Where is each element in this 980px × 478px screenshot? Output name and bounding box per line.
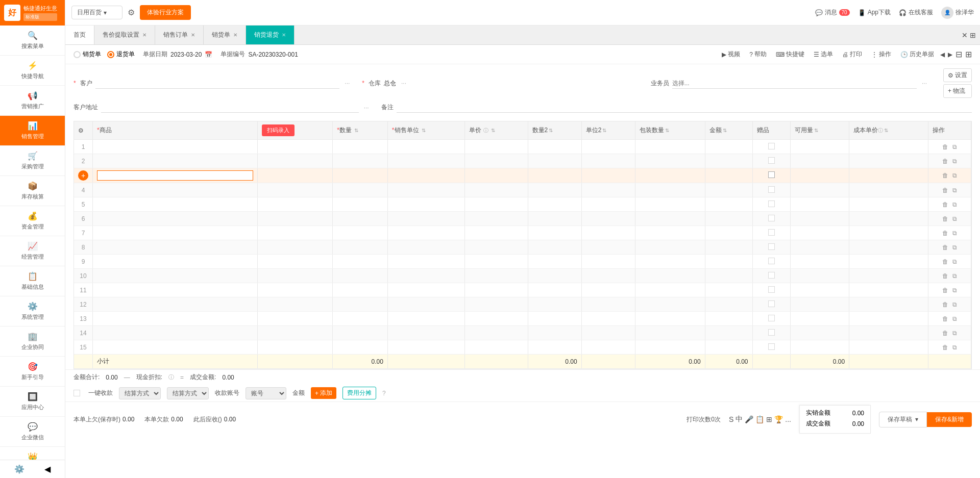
sale-unit-cell-1[interactable] <box>387 140 464 154</box>
column-settings-icon[interactable]: ⚙ <box>78 127 84 134</box>
sale-unit-sort-icon[interactable]: ⇅ <box>422 128 426 133</box>
gift-checkbox-3[interactable] <box>768 171 775 178</box>
tab-sale-order[interactable]: 销售订单 ✕ <box>155 26 204 44</box>
sale-unit-cell-3[interactable] <box>387 168 464 183</box>
copy-icon-15[interactable]: ⧉ <box>952 344 957 351</box>
copy-icon-8[interactable]: ⧉ <box>952 244 957 251</box>
tab-close-sale-order[interactable]: ✕ <box>191 32 195 38</box>
sidebar-item-purchase[interactable]: 🛒 采购管理 <box>0 146 65 176</box>
copy-icon-6[interactable]: ⧉ <box>952 215 957 222</box>
prev-record-icon[interactable]: ◀ <box>940 51 945 58</box>
delete-icon-5[interactable]: 🗑 <box>942 201 948 208</box>
unit-price-sort-icon[interactable]: ⇅ <box>491 128 495 133</box>
tab-close-sale-return[interactable]: ✕ <box>282 32 286 38</box>
sidebar-item-shortcut[interactable]: ⚡ 快捷导航 <box>0 56 65 86</box>
delete-icon-13[interactable]: 🗑 <box>942 315 948 322</box>
product-cell-3[interactable] <box>93 168 258 183</box>
unit2-cell-2[interactable] <box>581 154 635 168</box>
history-action[interactable]: 🕒 历史单据 <box>897 49 937 60</box>
add-payment-btn[interactable]: + 添加 <box>311 387 336 399</box>
tab-close-sale-shipment[interactable]: ✕ <box>233 32 237 38</box>
sidebar-item-member[interactable]: 👑 畅会员 <box>0 447 65 460</box>
next-record-icon[interactable]: ▶ <box>948 51 952 58</box>
radio-return[interactable]: 退货单 <box>107 50 135 59</box>
available-cell-2[interactable] <box>791 154 849 168</box>
tab-layout-icon[interactable]: ⊞ <box>970 31 976 39</box>
delete-icon-9[interactable]: 🗑 <box>942 258 948 265</box>
delete-icon-3[interactable]: 🗑 <box>942 172 948 179</box>
copy-icon-9[interactable]: ⧉ <box>952 258 957 265</box>
settings-btn[interactable]: ⚙ 设置 <box>943 68 972 82</box>
address-input[interactable] <box>101 102 359 113</box>
copy-icon-1[interactable]: ⧉ <box>952 143 957 150</box>
delete-icon-15[interactable]: 🗑 <box>942 344 948 351</box>
available-cell-3[interactable] <box>791 168 849 183</box>
gift-checkbox-6[interactable] <box>768 215 775 221</box>
fee-split-info-icon[interactable]: ? <box>382 390 386 397</box>
save-new-btn[interactable]: 保存&新增 <box>927 412 972 427</box>
copy-icon-12[interactable]: ⧉ <box>952 301 957 308</box>
delete-icon-6[interactable]: 🗑 <box>942 215 948 222</box>
delete-icon-10[interactable]: 🗑 <box>942 272 948 280</box>
delete-icon-8[interactable]: 🗑 <box>942 244 948 251</box>
unit2-cell-3[interactable] <box>581 168 635 183</box>
sidebar-item-basic[interactable]: 📋 基础信息 <box>0 266 65 296</box>
online-service-item[interactable]: 🎧 在线客服 <box>899 8 933 17</box>
cash-discount-info-icon[interactable]: ⓘ <box>168 373 174 381</box>
qty-cell-1[interactable] <box>333 140 388 154</box>
logistics-btn[interactable]: + 物流 <box>943 84 972 98</box>
gift-checkbox-2[interactable] <box>768 157 775 164</box>
add-row-button[interactable]: + <box>78 170 88 181</box>
product-cell-2[interactable] <box>93 154 258 168</box>
cost-price-cell-3[interactable] <box>849 168 928 183</box>
user-profile-item[interactable]: 👤 徐泽华 <box>941 7 974 19</box>
sidebar-item-finance[interactable]: 💰 资金管理 <box>0 206 65 236</box>
pkg-qty-cell-2[interactable] <box>635 154 705 168</box>
gift-checkbox-11[interactable] <box>768 286 775 293</box>
cost-price-cell-1[interactable] <box>849 140 928 154</box>
amount-cell-1[interactable] <box>705 140 752 154</box>
print-count[interactable]: 打印次数0次 <box>687 415 721 424</box>
qty2-cell-1[interactable] <box>528 140 581 154</box>
experience-btn[interactable]: 体验行业方案 <box>140 5 191 20</box>
taskbar-icon-7[interactable]: ... <box>785 415 791 423</box>
sidebar-item-search[interactable]: 🔍 搜索菜单 <box>0 26 65 56</box>
gift-checkbox-10[interactable] <box>768 272 775 279</box>
gift-checkbox-8[interactable] <box>768 243 775 250</box>
tab-sale-shipment[interactable]: 销货单 ✕ <box>204 26 246 44</box>
gift-checkbox-4[interactable] <box>768 186 775 193</box>
copy-icon-7[interactable]: ⧉ <box>952 230 957 237</box>
unit-price-cell-2[interactable] <box>465 154 528 168</box>
gift-checkbox-1[interactable] <box>768 143 775 149</box>
gift-checkbox-14[interactable] <box>768 329 775 336</box>
fee-split-btn[interactable]: 费用分摊 <box>342 387 376 399</box>
sidebar-item-enterprise[interactable]: 🏢 企业协同 <box>0 326 65 357</box>
qty2-cell-2[interactable] <box>528 154 581 168</box>
copy-icon-14[interactable]: ⧉ <box>952 330 957 337</box>
tab-home[interactable]: 首页 <box>65 26 94 44</box>
warehouse-dots[interactable]: ··· <box>401 80 406 87</box>
delete-icon-14[interactable]: 🗑 <box>942 330 948 337</box>
copy-icon-4[interactable]: ⧉ <box>952 187 957 194</box>
collapse-icon[interactable]: ◀ <box>44 464 51 474</box>
one-click-payment-checkbox[interactable] <box>74 390 80 396</box>
available-cell-1[interactable] <box>791 140 849 154</box>
taskbar-icon-6[interactable]: 🏆 <box>774 415 783 423</box>
taskbar-icon-4[interactable]: 📋 <box>755 415 764 423</box>
calculation-method-select2[interactable]: 结算方式 <box>167 387 209 399</box>
sidebar-item-system[interactable]: ⚙️ 系统管理 <box>0 296 65 326</box>
gift-checkbox-5[interactable] <box>768 200 775 207</box>
sidebar-item-guide[interactable]: 🎯 新手引导 <box>0 357 65 387</box>
message-item[interactable]: 💬 消息 70 <box>815 8 850 17</box>
amount-cell-3[interactable] <box>705 168 752 183</box>
copy-icon-13[interactable]: ⧉ <box>952 315 957 322</box>
amount-cell-2[interactable] <box>705 154 752 168</box>
tab-close-current-icon[interactable]: ✕ <box>962 31 968 39</box>
remark-input[interactable] <box>397 102 972 113</box>
shortcut-action[interactable]: ⌨ 快捷键 <box>773 49 807 60</box>
sidebar-item-apps[interactable]: 🔲 应用中心 <box>0 387 65 417</box>
product-cell-1[interactable] <box>93 140 258 154</box>
grid-view-icon[interactable]: ⊟ <box>955 49 962 59</box>
calendar-icon[interactable]: 📅 <box>205 51 212 58</box>
gift-checkbox-13[interactable] <box>768 315 775 321</box>
